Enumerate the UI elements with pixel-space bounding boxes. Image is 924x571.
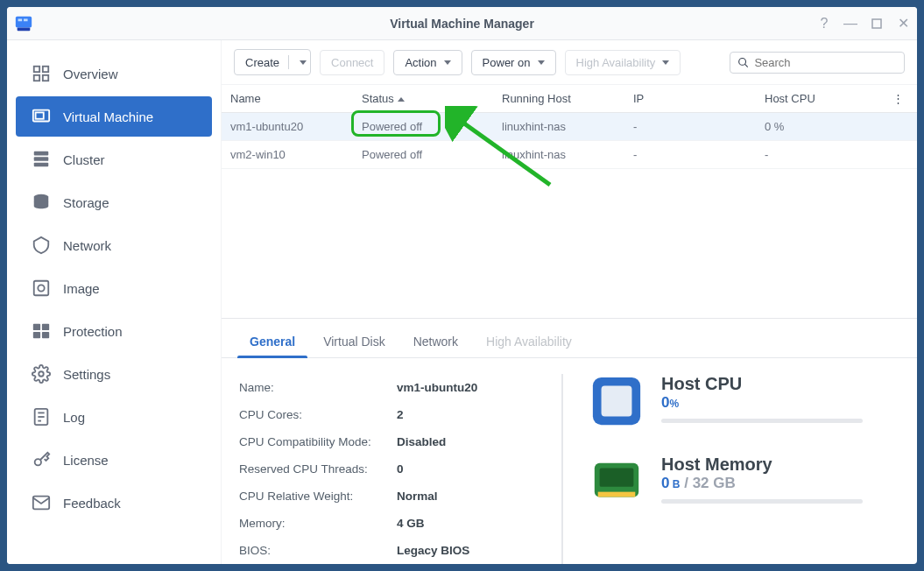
- tab-virtual-disk[interactable]: Virtual Disk: [320, 329, 389, 357]
- sidebar-item-label: Protection: [63, 324, 123, 339]
- power-button[interactable]: Power on: [471, 50, 556, 75]
- svg-line-29: [744, 64, 747, 67]
- prop-value: 2: [397, 408, 404, 421]
- sidebar-item-label: Settings: [63, 367, 110, 382]
- cell-name: vm2-win10: [222, 141, 353, 168]
- svg-rect-34: [600, 469, 634, 487]
- col-status[interactable]: Status: [353, 85, 493, 112]
- overview-icon: [32, 64, 51, 83]
- sidebar-item-feedback[interactable]: Feedback: [16, 483, 212, 523]
- svg-point-16: [38, 285, 44, 291]
- prop-value: Normal: [397, 490, 438, 503]
- sidebar-item-cluster[interactable]: Cluster: [16, 139, 212, 180]
- sidebar-item-label: Cluster: [63, 152, 105, 167]
- sidebar-item-storage[interactable]: Storage: [16, 182, 212, 222]
- svg-rect-18: [42, 324, 49, 330]
- cell-host: linuxhint-nas: [493, 141, 624, 168]
- cell-cpu: 0 %: [756, 113, 878, 140]
- tab-network[interactable]: Network: [410, 329, 462, 357]
- col-host[interactable]: Running Host: [493, 85, 624, 112]
- app-icon: [14, 14, 33, 33]
- svg-rect-0: [16, 16, 32, 27]
- svg-rect-15: [34, 281, 49, 296]
- sidebar-item-virtual-machine[interactable]: Virtual Machine: [16, 96, 212, 137]
- sort-asc-icon: [398, 97, 405, 102]
- action-button[interactable]: Action: [393, 50, 462, 75]
- prop-label: Reserved CPU Threads:: [239, 462, 397, 476]
- sidebar-item-label: Log: [63, 410, 85, 425]
- search-icon: [737, 56, 749, 69]
- svg-point-26: [35, 459, 41, 465]
- search-box[interactable]: [730, 52, 905, 74]
- table-row[interactable]: vm1-ubuntu20 Powered off linuxhint-nas -…: [222, 113, 917, 141]
- col-ip[interactable]: IP: [624, 85, 756, 112]
- svg-rect-6: [43, 67, 48, 72]
- col-cpu[interactable]: Host CPU: [756, 85, 878, 112]
- col-name[interactable]: Name: [222, 85, 353, 112]
- sidebar-item-label: Overview: [63, 67, 118, 81]
- sidebar-item-overview[interactable]: Overview: [16, 53, 212, 94]
- chevron-down-icon: [538, 60, 545, 65]
- tab-general[interactable]: General: [246, 329, 299, 357]
- cluster-icon: [32, 150, 51, 169]
- svg-rect-2: [18, 18, 23, 21]
- prop-value: 4 GB: [397, 517, 425, 530]
- prop-label: CPU Relative Weight:: [239, 490, 397, 503]
- sidebar-item-network[interactable]: Network: [16, 225, 212, 265]
- minimize-icon[interactable]: —: [843, 17, 857, 31]
- ha-button[interactable]: High Availability: [565, 50, 681, 75]
- titlebar: Virtual Machine Manager ? — ✕: [7, 7, 917, 40]
- svg-rect-4: [872, 19, 881, 28]
- detail-tabs: General Virtual Disk Network High Availa…: [222, 319, 917, 358]
- table-row[interactable]: vm2-win10 Powered off linuxhint-nas - -: [222, 141, 917, 169]
- sidebar-item-protection[interactable]: Protection: [16, 311, 212, 351]
- sidebar-item-label: Feedback: [63, 496, 121, 511]
- svg-rect-3: [24, 18, 28, 21]
- host-metrics: Host CPU 0% Host Memory 0 B / 32 GB: [563, 374, 906, 564]
- connect-button[interactable]: Connect: [320, 50, 384, 75]
- prop-label: CPU Compatibility Mode:: [239, 435, 397, 448]
- table-header: Name Status Running Host IP Host CPU ⋮: [222, 85, 917, 113]
- svg-rect-17: [33, 324, 40, 330]
- cell-ip: -: [624, 113, 756, 140]
- cpu-icon: [589, 374, 644, 428]
- metric-bar: [661, 499, 863, 504]
- svg-rect-12: [34, 157, 49, 161]
- svg-rect-19: [33, 332, 40, 338]
- search-input[interactable]: [754, 56, 897, 69]
- sidebar-item-log[interactable]: Log: [16, 397, 212, 437]
- cell-status: Powered off: [353, 113, 493, 140]
- help-icon[interactable]: ?: [817, 17, 831, 31]
- gear-icon: [32, 364, 51, 384]
- col-more[interactable]: ⋮: [878, 85, 917, 112]
- svg-point-21: [39, 371, 44, 377]
- create-button[interactable]: Create: [234, 49, 311, 75]
- prop-label: BIOS:: [239, 544, 397, 557]
- sidebar-item-image[interactable]: Image: [16, 268, 212, 308]
- metric-title: Host CPU: [661, 374, 906, 394]
- storage-icon: [32, 193, 51, 212]
- network-icon: [32, 236, 51, 255]
- log-icon: [32, 407, 51, 426]
- chevron-down-icon: [300, 60, 307, 65]
- vm-icon: [32, 107, 51, 126]
- sidebar-item-label: Network: [63, 238, 111, 253]
- tab-ha[interactable]: High Availability: [483, 329, 575, 357]
- close-icon[interactable]: ✕: [896, 17, 910, 31]
- sidebar-item-settings[interactable]: Settings: [16, 354, 212, 394]
- sidebar-item-label: Virtual Machine: [63, 109, 153, 124]
- chevron-down-icon: [444, 60, 451, 65]
- image-icon: [32, 278, 51, 298]
- sidebar-item-license[interactable]: License: [16, 440, 212, 480]
- maximize-icon[interactable]: [870, 17, 884, 31]
- window-title: Virtual Machine Manager: [7, 17, 917, 31]
- svg-rect-8: [43, 75, 48, 81]
- metric-bar: [661, 419, 863, 423]
- svg-rect-13: [34, 163, 49, 167]
- svg-rect-35: [598, 492, 636, 497]
- svg-rect-1: [18, 27, 31, 31]
- prop-value: vm1-ubuntu20: [397, 381, 477, 394]
- cell-cpu: -: [756, 141, 878, 168]
- metric-total: 32: [693, 475, 709, 491]
- prop-label: Name:: [239, 381, 397, 394]
